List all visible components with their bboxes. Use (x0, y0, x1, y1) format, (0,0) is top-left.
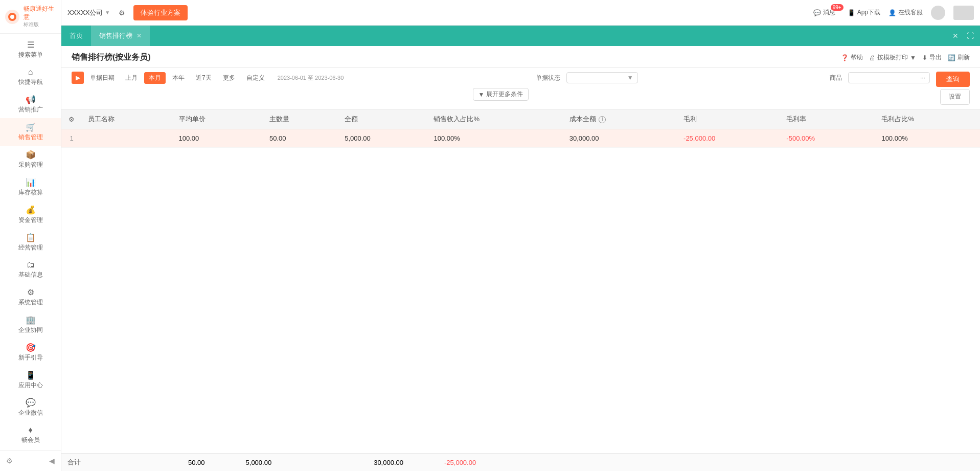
wechat-icon: 💬 (26, 398, 36, 408)
filter-section: ▶ 单据日期 上月 本月 本年 近7天 更多 自定义 2023-06-01 至 … (72, 72, 970, 105)
company-dropdown-icon: ▼ (105, 10, 110, 15)
app-download-btn[interactable]: 📱 App下载 (848, 8, 880, 17)
topbar-settings-btn[interactable]: ⚙ (114, 5, 129, 20)
tab-maximize-icon[interactable]: ⛶ (965, 30, 976, 42)
message-icon: 💬 (813, 9, 821, 16)
date-last-7-btn[interactable]: 近7天 (191, 72, 216, 84)
cell-rank: 1 (61, 129, 82, 148)
app-download-icon: 📱 (848, 9, 855, 16)
col-sales-pct: 销售收入占比% (427, 109, 563, 129)
sidebar-item-purchase[interactable]: 📦 采购管理 (0, 146, 61, 173)
sidebar-item-app-center[interactable]: 📱 应用中心 (0, 366, 61, 394)
date-more-btn[interactable]: 更多 (218, 72, 240, 84)
svg-point-2 (10, 15, 14, 19)
date-curr-month-btn[interactable]: 本月 (144, 72, 166, 84)
sidebar-item-search-order[interactable]: ☰ 搜索菜单 (0, 36, 61, 63)
table-container: ⚙ 员工名称 平均单价 主数量 全额 (61, 109, 980, 453)
sidebar: 畅康通好生意 标准版 ☰ 搜索菜单 ⌂ 快捷导航 📢 营销推广 🛒 销售管理 📦… (0, 0, 61, 471)
content: 销售排行榜(按业务员) ❓ 帮助 🖨 按模板打印 ▼ ⬇ 导出 🔄 刷新 (61, 46, 980, 471)
sidebar-item-label: 系统管理 (18, 298, 43, 307)
purchase-icon: 📦 (26, 150, 36, 160)
sidebar-item-marketing[interactable]: 📢 营销推广 (0, 91, 61, 118)
tab-home[interactable]: 首页 (61, 26, 91, 46)
tab-close-icon[interactable]: ✕ (136, 32, 142, 39)
sidebar-item-guide[interactable]: 🎯 新手引导 (0, 339, 61, 366)
tabbar-actions: ✕ ⛶ (950, 26, 980, 46)
sidebar-item-member[interactable]: ♦ 畅会员 (0, 421, 61, 448)
filter-toggle-btn[interactable]: ▶ (72, 72, 84, 84)
topbar-right: 💬 消息 99+ 📱 App下载 👤 在线客服 (813, 6, 974, 20)
logo-icon (4, 9, 20, 25)
guide-icon: 🎯 (26, 343, 36, 352)
footer-cost: 30,000.00 (374, 459, 403, 466)
goods-input-more[interactable]: ··· (920, 74, 925, 81)
expand-icon: ▼ (478, 91, 485, 98)
sidebar-item-finance[interactable]: 💰 资金管理 (0, 201, 61, 229)
cell-sales-pct: 100.00% (427, 129, 563, 148)
export-label: 导出 (929, 53, 942, 62)
sidebar-bottom: ⚙ ◀ (0, 450, 61, 471)
cell-gross: -25,000.00 (677, 129, 780, 148)
sidebar-item-wechat[interactable]: 💬 企业微信 (0, 394, 61, 421)
sidebar-logo: 畅康通好生意 标准版 (0, 0, 61, 34)
goods-input[interactable]: ··· (848, 72, 930, 83)
sidebar-item-label: 应用中心 (18, 381, 43, 390)
date-prev-month-btn[interactable]: 上月 (121, 72, 142, 84)
print-btn[interactable]: 🖨 按模板打印 ▼ (869, 53, 916, 62)
marketing-icon: 📢 (26, 95, 36, 104)
settings-btn[interactable]: 设置 (940, 89, 970, 105)
online-service-label: 在线客服 (898, 8, 923, 17)
sidebar-item-operations[interactable]: 📋 经营管理 (0, 229, 61, 256)
date-curr-year-btn[interactable]: 本年 (168, 72, 189, 84)
operations-icon: 📋 (26, 233, 36, 242)
cell-gross-pct: 100.00% (875, 129, 980, 148)
refresh-label: 刷新 (958, 53, 970, 62)
sidebar-item-sales[interactable]: 🛒 销售管理 (0, 118, 61, 146)
logo-text: 畅康通好生意 (24, 5, 57, 21)
col-settings[interactable]: ⚙ (61, 109, 82, 129)
logo-sub: 标准版 (24, 21, 57, 28)
member-icon: ♦ (28, 425, 32, 435)
help-btn[interactable]: ❓ 帮助 (841, 53, 863, 62)
col-gross-pct: 毛利占比% (875, 109, 980, 129)
sidebar-item-enterprise[interactable]: 🏢 企业协同 (0, 311, 61, 339)
refresh-btn[interactable]: 🔄 刷新 (948, 53, 970, 62)
sidebar-item-quick-nav[interactable]: ⌂ 快捷导航 (0, 63, 61, 91)
sidebar-item-inventory[interactable]: 📊 库存核算 (0, 173, 61, 201)
user-avatar[interactable] (931, 6, 945, 20)
sidebar-item-basic-info[interactable]: 🗂 基础信息 (0, 256, 61, 283)
tab-sales-rank[interactable]: 销售排行榜 ✕ (91, 26, 150, 46)
sidebar-collapse-btn[interactable]: ◀ (47, 455, 57, 467)
cell-amount: 5,000.00 (338, 129, 427, 148)
message-btn[interactable]: 💬 消息 99+ (813, 8, 839, 17)
export-btn[interactable]: ⬇ 导出 (922, 53, 942, 62)
sidebar-settings-btn[interactable]: ⚙ (4, 455, 15, 467)
footer-gross: -25,000.00 (444, 459, 476, 466)
date-custom-btn[interactable]: 自定义 (242, 72, 269, 84)
sidebar-item-label: 采购管理 (18, 161, 43, 169)
sidebar-item-label: 快捷导航 (18, 78, 43, 86)
sidebar-item-system[interactable]: ⚙ 系统管理 (0, 283, 61, 311)
expand-conditions-btn[interactable]: ▼ 展开更多条件 (473, 88, 529, 101)
refresh-icon: 🔄 (948, 54, 955, 61)
cost-info-icon[interactable]: i (599, 116, 606, 123)
search-order-icon: ☰ (27, 40, 34, 50)
status-select[interactable]: ▼ (566, 72, 638, 83)
tab-close-all-icon[interactable]: ✕ (950, 30, 961, 42)
sidebar-nav: ☰ 搜索菜单 ⌂ 快捷导航 📢 营销推广 🛒 销售管理 📦 采购管理 📊 库存核… (0, 34, 61, 450)
print-arrow-icon: ▼ (910, 54, 916, 61)
query-btn[interactable]: 查询 (936, 72, 970, 87)
trial-btn[interactable]: 体验行业方案 (133, 5, 188, 20)
sidebar-item-label: 营销推广 (18, 105, 43, 114)
cell-name (82, 129, 173, 148)
help-icon: ❓ (841, 54, 849, 61)
sidebar-item-label: 库存核算 (18, 188, 43, 197)
message-badge: 99+ (831, 4, 844, 11)
sidebar-item-label: 企业协同 (18, 326, 43, 334)
tabbar: 首页 销售排行榜 ✕ ✕ ⛶ (61, 26, 980, 46)
cell-main-qty: 50.00 (263, 129, 338, 148)
user-name[interactable] (953, 6, 974, 20)
online-service-btn[interactable]: 👤 在线客服 (888, 8, 923, 17)
inventory-icon: 📊 (26, 177, 36, 187)
company-selector[interactable]: XXXXX公司 ▼ (67, 8, 110, 17)
